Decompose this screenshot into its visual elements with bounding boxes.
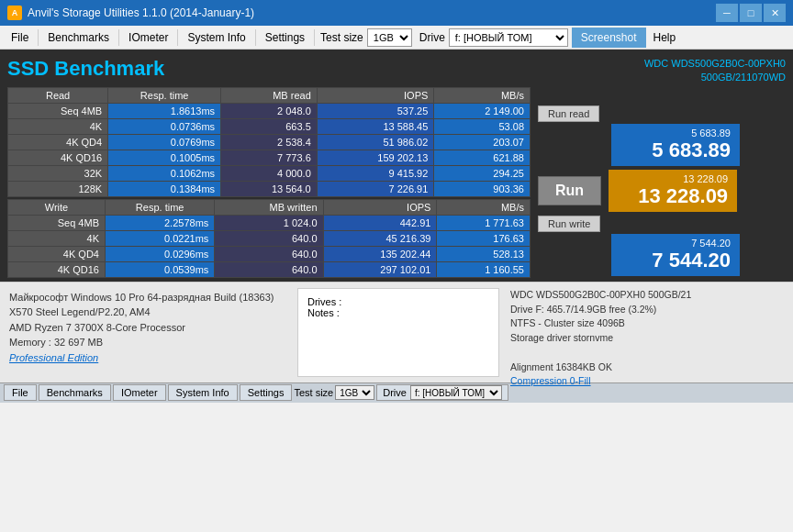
benchmark-area: Read Resp. time MB read IOPS MB/s Seq 4M… <box>7 87 786 278</box>
main-content: SSD Benchmark WDC WDS500G2B0C-00PXH0 500… <box>0 50 793 282</box>
drive-detail-spacer <box>510 346 786 360</box>
read-score-box: 5 683.89 5 683.89 <box>611 124 740 166</box>
read-col-header: Read <box>8 87 108 103</box>
write-table: Write Resp. time MB written IOPS MB/s Se… <box>7 199 531 278</box>
read-mbs-cell: 53.08 <box>434 118 531 134</box>
compression-link[interactable]: Compression 0-Fill <box>510 375 591 386</box>
read-score-small: 5 683.89 <box>620 127 731 139</box>
write-score-box: 7 544.20 7 544.20 <box>611 234 740 276</box>
read-row-label: 128K <box>8 181 108 196</box>
test-size-select[interactable]: 1GB <box>367 28 412 47</box>
write-row-label: 4K QD16 <box>8 261 106 277</box>
read-row-label: Seq 4MB <box>8 103 108 118</box>
app-icon: A <box>7 6 22 20</box>
menu-help[interactable]: Help <box>646 28 684 48</box>
menu-system-info[interactable]: System Info <box>180 28 252 48</box>
read-mb-cell: 7 773.6 <box>221 150 318 165</box>
read-iops-cell: 537.25 <box>317 103 434 118</box>
read-mb-cell: 2 538.4 <box>221 134 318 150</box>
iops-col-header: IOPS <box>317 87 434 103</box>
write-mbs-cell: 176.63 <box>437 230 531 246</box>
drive-info-line1: WDC WDS500G2B0C-00PXH0 <box>644 57 786 71</box>
taskbar-benchmarks[interactable]: Benchmarks <box>39 384 111 401</box>
total-score-large: 13 228.09 <box>618 184 728 208</box>
menu-separator-4 <box>255 29 256 46</box>
header-area: SSD Benchmark WDC WDS500G2B0C-00PXH0 500… <box>7 53 786 87</box>
maximize-button[interactable]: □ <box>740 4 762 22</box>
total-score-small: 13 228.09 <box>618 173 728 184</box>
menu-bar: File Benchmarks IOmeter System Info Sett… <box>0 26 793 50</box>
taskbar-iometer[interactable]: IOmeter <box>113 384 166 401</box>
read-resp-cell: 0.0769ms <box>108 134 221 150</box>
write-score-small: 7 544.20 <box>620 238 731 249</box>
drive-detail-line4: Storage driver stornvme <box>510 331 786 346</box>
read-mb-cell: 13 564.0 <box>221 181 318 196</box>
total-score-box: 13 228.09 13 228.09 <box>609 170 737 212</box>
write-resp-cell: 0.0539ms <box>105 261 214 277</box>
read-iops-cell: 13 588.45 <box>317 118 434 134</box>
read-table-row: 32K 0.1062ms 4 000.0 9 415.92 294.25 <box>8 165 531 181</box>
menu-settings[interactable]: Settings <box>258 28 312 48</box>
write-resp-cell: 2.2578ms <box>105 215 214 230</box>
minimize-button[interactable]: ─ <box>716 4 738 22</box>
write-mb-col-header: MB written <box>215 199 323 215</box>
read-score-large: 5 683.89 <box>620 139 731 162</box>
close-button[interactable]: ✕ <box>764 4 786 22</box>
write-row-label: 4K <box>8 230 106 246</box>
write-resp-cell: 0.0296ms <box>105 246 214 261</box>
read-score-block: Run read 5 683.89 5 683.89 <box>538 105 740 166</box>
sys-line2: X570 Steel Legend/P2.20, AM4 <box>9 305 285 320</box>
read-resp-cell: 0.1062ms <box>108 165 221 181</box>
write-resp-cell: 0.0221ms <box>105 230 214 246</box>
read-table-row: 4K QD16 0.1005ms 7 773.6 159 202.13 621.… <box>8 150 531 165</box>
read-resp-cell: 0.1384ms <box>108 181 221 196</box>
total-score-block: Run 13 228.09 13 228.09 <box>538 170 740 212</box>
write-iops-cell: 45 216.39 <box>323 230 437 246</box>
taskbar-drive-select[interactable]: f: [НОВЫЙ ТОМ] <box>410 385 502 400</box>
notes-label: Notes : <box>307 307 340 318</box>
drive-select[interactable]: f: [НОВЫЙ ТОМ] <box>449 28 568 47</box>
notes-panel: Drives : Notes : <box>297 288 499 377</box>
run-read-button[interactable]: Run read <box>538 105 599 122</box>
write-col-header: Write <box>8 199 106 215</box>
taskbar-settings[interactable]: Settings <box>240 384 293 401</box>
write-mb-cell: 640.0 <box>215 261 323 277</box>
system-info-panel: Майкрософт Windows 10 Pro 64-разрядная B… <box>0 283 294 382</box>
write-mbs-col-header: MB/s <box>437 199 531 215</box>
pro-edition-link[interactable]: Professional Edition <box>9 352 98 363</box>
menu-file[interactable]: File <box>4 28 36 48</box>
read-iops-cell: 7 226.91 <box>317 181 434 196</box>
read-table-row: 4K QD4 0.0769ms 2 538.4 51 986.02 203.07 <box>8 134 531 150</box>
screenshot-button[interactable]: Screenshot <box>572 28 646 48</box>
drive-detail-line2: Drive F: 465.7/14.9GB free (3.2%) <box>510 303 786 317</box>
write-table-row: 4K 0.0221ms 640.0 45 216.39 176.63 <box>8 230 531 246</box>
taskbar-size-select[interactable]: 1GB <box>335 385 374 400</box>
write-mbs-cell: 528.13 <box>437 246 531 261</box>
drive-info: WDC WDS500G2B0C-00PXH0 500GB/211070WD <box>644 57 786 85</box>
drive-detail-panel: WDC WDS500G2B0C-00PXH0 500GB/21 Drive F:… <box>503 283 793 382</box>
mbs-col-header: MB/s <box>434 87 531 103</box>
drive-label: Drive <box>419 31 445 44</box>
taskbar-drive-label: Drive <box>383 387 407 398</box>
taskbar-size-label: Test size <box>294 387 333 398</box>
drives-label: Drives : <box>307 296 341 307</box>
drive-detail-line3: NTFS - Cluster size 4096B <box>510 316 786 331</box>
menu-separator-2 <box>118 29 119 46</box>
page-title: SSD Benchmark <box>7 57 164 81</box>
test-size-group: Test size 1GB <box>320 28 412 47</box>
run-button[interactable]: Run <box>538 176 601 205</box>
taskbar-system-info[interactable]: System Info <box>168 384 238 401</box>
taskbar-file[interactable]: File <box>4 384 37 401</box>
menu-benchmarks[interactable]: Benchmarks <box>40 28 117 48</box>
read-mbs-cell: 903.36 <box>434 181 531 196</box>
write-iops-cell: 442.91 <box>323 215 437 230</box>
run-write-button[interactable]: Run write <box>538 216 600 232</box>
read-mbs-cell: 2 149.00 <box>434 103 531 118</box>
read-row-label: 4K <box>8 118 108 134</box>
menu-iometer[interactable]: IOmeter <box>121 28 175 48</box>
read-row-label: 4K QD16 <box>8 150 108 165</box>
write-score-block: Run write 7 544.20 7 544.20 <box>538 216 740 276</box>
sys-line3: AMD Ryzen 7 3700X 8-Core Processor <box>9 320 285 336</box>
write-mb-cell: 640.0 <box>215 246 323 261</box>
read-row-label: 32K <box>8 165 108 181</box>
